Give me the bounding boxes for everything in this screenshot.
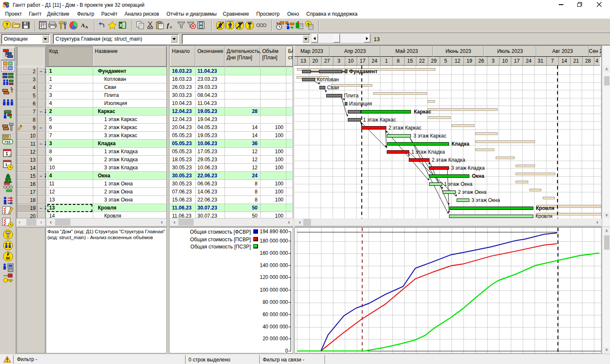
svg-text:$€: $€ [6, 256, 10, 260]
svg-text:f: f [167, 22, 169, 29]
svg-text:X: X [119, 23, 123, 28]
svg-text:A: A [81, 22, 85, 28]
svg-text:1: 1 [6, 152, 8, 156]
svg-text:P$€: P$€ [5, 140, 11, 144]
svg-text:A: A [85, 25, 88, 29]
svg-text:1: 1 [5, 163, 7, 167]
svg-text:x: x [169, 24, 172, 29]
svg-text:?: ? [6, 22, 8, 27]
